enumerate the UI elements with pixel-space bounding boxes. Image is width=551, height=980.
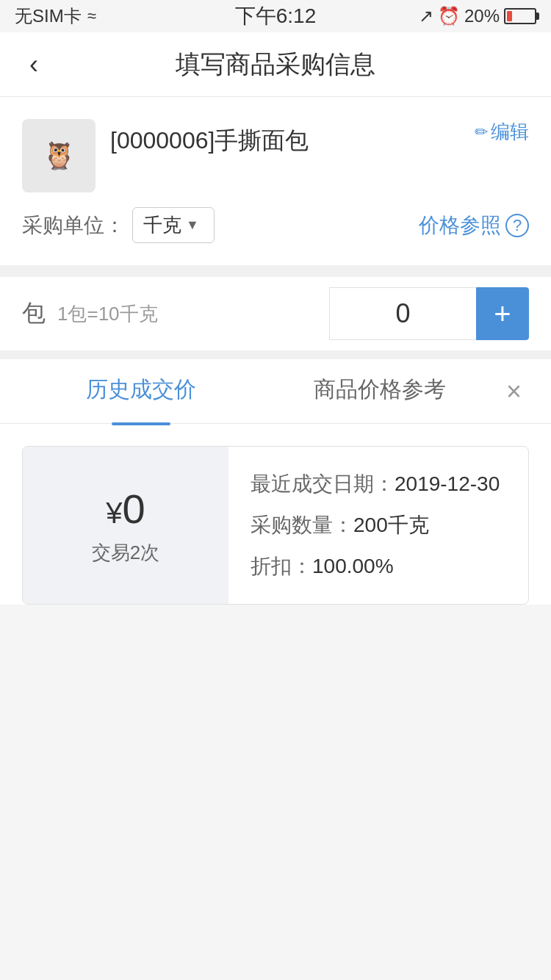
nav-bar: ‹ 填写商品采购信息 <box>0 32 551 97</box>
back-button[interactable]: ‹ <box>22 42 46 87</box>
recent-date-value: 2019-12-30 <box>395 472 500 495</box>
quantity-label: 采购数量： <box>251 514 353 536</box>
edit-label: 编辑 <box>491 119 529 145</box>
divider-2 <box>0 350 551 359</box>
discount-value: 100.00% <box>312 555 394 577</box>
divider-1 <box>0 265 551 277</box>
discount-row: 折扣：100.00% <box>251 551 506 582</box>
alarm-icon: ⏰ <box>438 6 460 26</box>
location-icon: ↗ <box>419 6 433 26</box>
tab-history-price[interactable]: 历史成交价 <box>22 375 260 408</box>
quantity-row-card: 采购数量：200千克 <box>251 510 506 541</box>
tab-product-price[interactable]: 商品价格参考 <box>260 375 498 408</box>
unit-conversion: 1包=10千克 <box>57 301 158 327</box>
help-icon[interactable]: ? <box>505 214 529 237</box>
quantity-input[interactable] <box>329 287 476 340</box>
discount-label: 折扣： <box>251 555 312 577</box>
product-section: 🦉 [0000006]手撕面包 ✏ 编辑 采购单位： 千克 价格参照 ? <box>0 97 551 265</box>
quantity-value: 200千克 <box>353 514 429 536</box>
card-left: ¥0 交易2次 <box>23 447 228 604</box>
battery-indicator <box>504 8 536 24</box>
product-header: 🦉 [0000006]手撕面包 ✏ 编辑 <box>22 119 529 192</box>
currency-symbol: ¥ <box>106 497 122 529</box>
wifi-icon: ≈ <box>87 7 96 26</box>
price-value: 0 <box>123 486 145 532</box>
transaction-card: ¥0 交易2次 最近成交日期：2019-12-30 采购数量：200千克 折扣：… <box>22 446 529 605</box>
card-price: ¥0 <box>106 485 145 533</box>
plus-button[interactable]: + <box>476 287 529 340</box>
help-symbol: ? <box>513 216 522 235</box>
quantity-row: 包 1包=10千克 + <box>0 277 551 350</box>
price-ref-label: 价格参照 <box>419 212 501 239</box>
page-title: 填写商品采购信息 <box>176 48 375 82</box>
quantity-control: + <box>329 287 529 340</box>
price-reference[interactable]: 价格参照 ? <box>419 212 529 239</box>
recent-date-row: 最近成交日期：2019-12-30 <box>251 469 506 500</box>
status-bar: 无SIM卡 ≈ 下午6:12 ↗ ⏰ 20% <box>0 0 551 32</box>
purchase-row: 采购单位： 千克 价格参照 ? <box>22 207 529 243</box>
unit-value: 千克 <box>143 212 181 238</box>
unit-label: 包 <box>22 298 46 330</box>
purchase-unit-section: 采购单位： 千克 <box>22 207 215 243</box>
tab-product-label: 商品价格参考 <box>314 377 446 401</box>
unit-dropdown[interactable]: 千克 <box>132 207 215 243</box>
card-right: 最近成交日期：2019-12-30 采购数量：200千克 折扣：100.00% <box>228 447 528 604</box>
bottom-panel: 历史成交价 商品价格参考 × ¥0 交易2次 最近成交日期：2019-12-30… <box>0 359 551 605</box>
status-left: 无SIM卡 ≈ <box>15 4 96 28</box>
tab-history-label: 历史成交价 <box>86 377 196 401</box>
product-left: 🦉 [0000006]手撕面包 <box>22 119 309 192</box>
edit-button[interactable]: ✏ 编辑 <box>475 119 529 145</box>
close-button[interactable]: × <box>499 369 529 414</box>
recent-date-label: 最近成交日期： <box>251 472 395 495</box>
product-image: 🦉 <box>22 119 96 192</box>
tabs-row: 历史成交价 商品价格参考 × <box>0 359 551 424</box>
trade-count: 交易2次 <box>92 540 159 566</box>
plus-icon: + <box>494 298 511 331</box>
quantity-left: 包 1包=10千克 <box>22 298 158 330</box>
status-right: ↗ ⏰ 20% <box>419 6 536 26</box>
battery-percent: 20% <box>464 6 500 26</box>
carrier-text: 无SIM卡 <box>15 4 82 28</box>
product-thumbnail: 🦉 <box>43 140 76 171</box>
purchase-unit-label: 采购单位： <box>22 212 125 239</box>
status-time: 下午6:12 <box>235 2 317 30</box>
edit-icon: ✏ <box>475 123 488 142</box>
product-name: [0000006]手撕面包 <box>110 119 309 157</box>
